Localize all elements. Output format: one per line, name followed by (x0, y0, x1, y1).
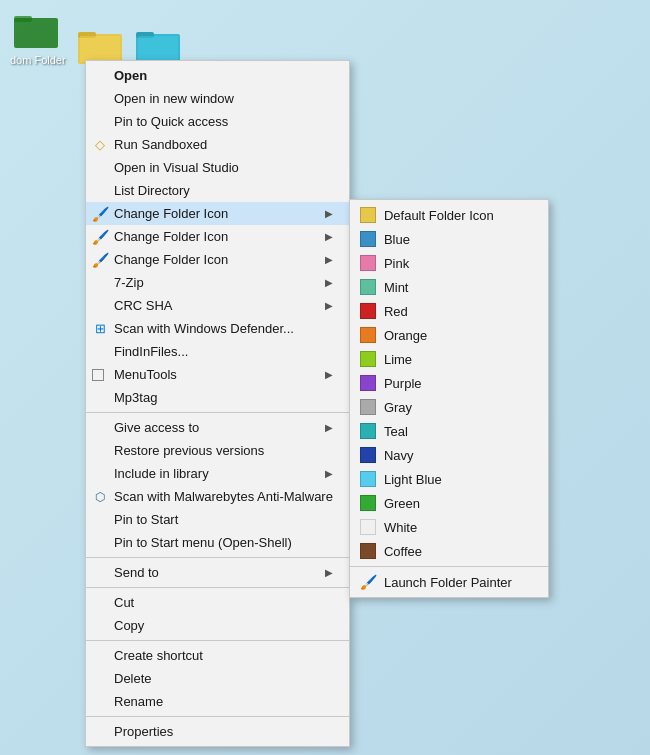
submenu-item-default[interactable]: Default Folder Icon (350, 203, 548, 227)
submenu-label-teal: Teal (384, 424, 532, 439)
menu-item-run-sandboxed[interactable]: ◇ Run Sandboxed (86, 133, 349, 156)
menu-item-scan-defender[interactable]: ⊞ Scan with Windows Defender... (86, 317, 349, 340)
sandboxie-icon: ◇ (92, 137, 108, 153)
submenu-item-pink[interactable]: Pink (350, 251, 548, 275)
menu-label-cut: Cut (114, 595, 134, 610)
context-menu: Open Open in new window Pin to Quick acc… (85, 60, 350, 747)
submenu-item-light-blue[interactable]: Light Blue (350, 467, 548, 491)
separator-2 (86, 557, 349, 558)
submenu-item-white[interactable]: White (350, 515, 548, 539)
menu-label-open-visual-studio: Open in Visual Studio (114, 160, 239, 175)
menu-item-mp3tag[interactable]: Mp3tag (86, 386, 349, 409)
submenu-item-launch-painter[interactable]: 🖌️ Launch Folder Painter (350, 570, 548, 594)
menu-item-menu-tools[interactable]: MenuTools ▶ (86, 363, 349, 386)
menu-item-pin-start-openshell[interactable]: Pin to Start menu (Open-Shell) (86, 531, 349, 554)
submenu-label-coffee: Coffee (384, 544, 532, 559)
menu-item-include-library[interactable]: Include in library ▶ (86, 462, 349, 485)
menu-item-open-new-window[interactable]: Open in new window (86, 87, 349, 110)
folder-dom[interactable]: dom Folder (10, 10, 66, 66)
menu-label-menu-tools: MenuTools (114, 367, 177, 382)
submenu-item-orange[interactable]: Orange (350, 323, 548, 347)
submenu-item-green[interactable]: Green (350, 491, 548, 515)
menu-item-delete[interactable]: Delete (86, 667, 349, 690)
arrow-right-crc: ▶ (317, 300, 333, 311)
submenu-item-blue[interactable]: Blue (350, 227, 548, 251)
menu-item-copy[interactable]: Copy (86, 614, 349, 637)
defender-icon: ⊞ (92, 321, 108, 337)
swatch-blue (360, 231, 376, 247)
arrow-right-give-access: ▶ (317, 422, 333, 433)
menu-item-properties[interactable]: Properties (86, 720, 349, 743)
arrow-right-menu-tools: ▶ (317, 369, 333, 380)
swatch-navy (360, 447, 376, 463)
menu-label-find-in-files: FindInFiles... (114, 344, 188, 359)
painter-icon-2: 🖌️ (92, 229, 108, 245)
painter-icon-3: 🖌️ (92, 252, 108, 268)
swatch-gray (360, 399, 376, 415)
menu-item-give-access[interactable]: Give access to ▶ (86, 416, 349, 439)
desktop-folders: dom Folder (10, 10, 182, 66)
submenu-label-gray: Gray (384, 400, 532, 415)
swatch-lime (360, 351, 376, 367)
menu-item-change-folder-icon-1[interactable]: 🖌️ Change Folder Icon ▶ Default Folder I… (86, 202, 349, 225)
menu-label-scan-malwarebytes: Scan with Malwarebytes Anti-Malware (114, 489, 333, 504)
submenu-label-lime: Lime (384, 352, 532, 367)
menu-item-scan-malwarebytes[interactable]: ⬡ Scan with Malwarebytes Anti-Malware (86, 485, 349, 508)
menu-item-7zip[interactable]: 7-Zip ▶ (86, 271, 349, 294)
menu-label-7zip: 7-Zip (114, 275, 144, 290)
menu-item-rename[interactable]: Rename (86, 690, 349, 713)
submenu-item-navy[interactable]: Navy (350, 443, 548, 467)
folder-icon-dom (14, 10, 62, 50)
menu-item-restore-versions[interactable]: Restore previous versions (86, 439, 349, 462)
submenu-label-pink: Pink (384, 256, 532, 271)
menu-item-send-to[interactable]: Send to ▶ (86, 561, 349, 584)
submenu-folder-icons: Default Folder Icon Blue Pink Mint Red (349, 199, 549, 598)
desktop: dom Folder (0, 0, 650, 755)
svg-rect-0 (14, 18, 58, 48)
menu-item-create-shortcut[interactable]: Create shortcut (86, 644, 349, 667)
menu-label-open-new-window: Open in new window (114, 91, 234, 106)
arrow-right-1: ▶ (317, 208, 333, 219)
swatch-white (360, 519, 376, 535)
separator-4 (86, 640, 349, 641)
swatch-purple (360, 375, 376, 391)
submenu-item-mint[interactable]: Mint (350, 275, 548, 299)
menu-label-mp3tag: Mp3tag (114, 390, 157, 405)
menu-item-cut[interactable]: Cut (86, 591, 349, 614)
painter-icon-1: 🖌️ (92, 206, 108, 222)
menu-item-pin-start[interactable]: Pin to Start (86, 508, 349, 531)
submenu-item-purple[interactable]: Purple (350, 371, 548, 395)
swatch-pink (360, 255, 376, 271)
submenu-label-white: White (384, 520, 532, 535)
menu-item-pin-quick-access[interactable]: Pin to Quick access (86, 110, 349, 133)
menu-label-pin-quick-access: Pin to Quick access (114, 114, 228, 129)
menu-item-change-folder-icon-3[interactable]: 🖌️ Change Folder Icon ▶ (86, 248, 349, 271)
submenu-item-coffee[interactable]: Coffee (350, 539, 548, 563)
swatch-teal (360, 423, 376, 439)
menu-item-find-in-files[interactable]: FindInFiles... (86, 340, 349, 363)
submenu-item-teal[interactable]: Teal (350, 419, 548, 443)
menu-item-change-folder-icon-2[interactable]: 🖌️ Change Folder Icon ▶ (86, 225, 349, 248)
swatch-light-blue (360, 471, 376, 487)
separator-5 (86, 716, 349, 717)
menu-label-copy: Copy (114, 618, 144, 633)
menu-item-crc-sha[interactable]: CRC SHA ▶ (86, 294, 349, 317)
menu-item-list-directory[interactable]: List Directory (86, 179, 349, 202)
menu-item-open[interactable]: Open (86, 64, 349, 87)
submenu-label-purple: Purple (384, 376, 532, 391)
submenu-item-red[interactable]: Red (350, 299, 548, 323)
swatch-green (360, 495, 376, 511)
menu-label-include-library: Include in library (114, 466, 209, 481)
menu-label-create-shortcut: Create shortcut (114, 648, 203, 663)
launch-painter-icon: 🖌️ (360, 574, 376, 590)
menu-item-open-visual-studio[interactable]: Open in Visual Studio (86, 156, 349, 179)
submenu-item-lime[interactable]: Lime (350, 347, 548, 371)
submenu-label-light-blue: Light Blue (384, 472, 532, 487)
submenu-item-gray[interactable]: Gray (350, 395, 548, 419)
menu-label-crc-sha: CRC SHA (114, 298, 173, 313)
swatch-default (360, 207, 376, 223)
menu-label-change-folder-icon-3: Change Folder Icon (114, 252, 228, 267)
arrow-right-send-to: ▶ (317, 567, 333, 578)
swatch-orange (360, 327, 376, 343)
separator-3 (86, 587, 349, 588)
